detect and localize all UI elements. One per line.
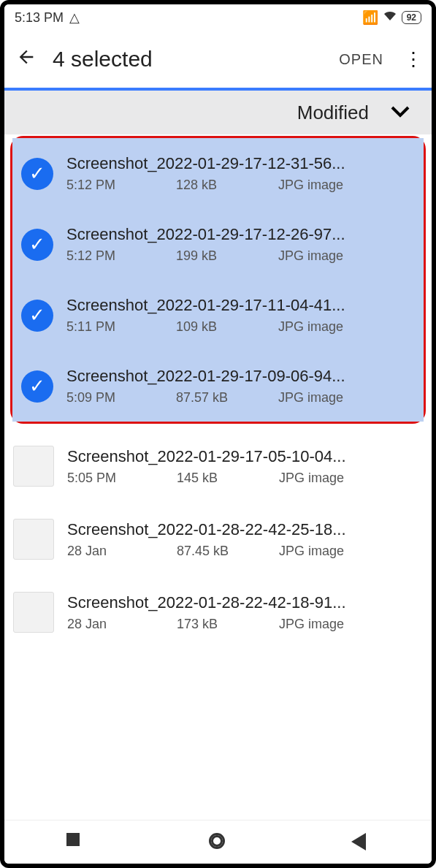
file-type: JPG image	[279, 544, 423, 559]
file-size: 199 kB	[176, 248, 278, 264]
file-name: Screenshot_2022-01-28-22-42-25-18...	[67, 520, 423, 539]
file-time: 5:12 PM	[66, 178, 176, 193]
page-title: 4 selected	[53, 47, 320, 72]
file-type: JPG image	[278, 248, 415, 264]
file-size: 173 kB	[177, 617, 279, 632]
signal-icon: 📶	[362, 9, 378, 26]
file-type: JPG image	[278, 319, 415, 335]
status-time: 5:13 PM	[15, 10, 64, 26]
sort-dropdown[interactable]: Modified	[4, 91, 432, 134]
file-time: 5:12 PM	[66, 248, 176, 264]
back-nav-button[interactable]	[351, 833, 370, 852]
file-type: JPG image	[279, 617, 423, 632]
file-item[interactable]: ✓ Screenshot_2022-01-29-17-11-04-41... 5…	[12, 280, 424, 351]
file-thumbnail	[13, 446, 54, 487]
checkmark-icon[interactable]: ✓	[21, 229, 53, 261]
android-nav-bar	[4, 820, 432, 864]
battery-icon: 92	[402, 11, 421, 24]
app-bar: 4 selected OPEN ⋮	[4, 31, 432, 88]
file-time: 28 Jan	[67, 544, 177, 559]
file-size: 145 kB	[177, 471, 279, 486]
file-size: 87.57 kB	[176, 390, 278, 406]
back-button[interactable]	[12, 47, 41, 72]
checkmark-icon[interactable]: ✓	[21, 300, 53, 332]
file-item[interactable]: ✓ Screenshot_2022-01-29-17-12-26-97... 5…	[12, 209, 424, 280]
file-name: Screenshot_2022-01-29-17-11-04-41...	[66, 296, 415, 315]
file-type: JPG image	[278, 390, 415, 406]
wifi-icon	[383, 10, 397, 26]
home-button[interactable]	[209, 833, 228, 852]
file-type: JPG image	[279, 471, 423, 486]
checkmark-icon[interactable]: ✓	[21, 158, 53, 190]
file-item[interactable]: Screenshot_2022-01-28-22-42-25-18... 28 …	[4, 503, 432, 576]
file-size: 128 kB	[176, 178, 278, 193]
file-item[interactable]: Screenshot_2022-01-29-17-05-10-04... 5:0…	[4, 430, 432, 503]
file-thumbnail	[13, 592, 54, 633]
file-name: Screenshot_2022-01-28-22-42-18-91...	[67, 593, 423, 612]
file-item[interactable]: ✓ Screenshot_2022-01-29-17-09-06-94... 5…	[12, 351, 424, 422]
open-button[interactable]: OPEN	[332, 47, 391, 72]
file-item[interactable]: Screenshot_2022-01-28-22-42-18-91... 28 …	[4, 576, 432, 649]
chevron-down-icon	[391, 103, 410, 122]
file-time: 28 Jan	[67, 617, 177, 632]
file-time: 5:05 PM	[67, 471, 177, 486]
checkmark-icon[interactable]: ✓	[21, 370, 53, 403]
selection-highlight: ✓ Screenshot_2022-01-29-17-12-31-56... 5…	[10, 136, 426, 424]
file-name: Screenshot_2022-01-29-17-05-10-04...	[67, 447, 423, 466]
file-size: 87.45 kB	[177, 544, 279, 559]
file-time: 5:09 PM	[66, 390, 176, 406]
more-menu-button[interactable]: ⋮	[402, 48, 424, 71]
status-bar: 5:13 PM △ 📶 92	[4, 4, 432, 31]
recents-button[interactable]	[66, 833, 85, 852]
file-name: Screenshot_2022-01-29-17-12-31-56...	[66, 154, 415, 173]
status-icon: △	[69, 9, 80, 26]
sort-label: Modified	[297, 102, 369, 124]
file-item[interactable]: ✓ Screenshot_2022-01-29-17-12-31-56... 5…	[12, 138, 424, 209]
file-type: JPG image	[278, 178, 415, 193]
file-name: Screenshot_2022-01-29-17-12-26-97...	[66, 225, 415, 244]
file-thumbnail	[13, 519, 54, 560]
file-size: 109 kB	[176, 319, 278, 335]
file-name: Screenshot_2022-01-29-17-09-06-94...	[66, 367, 415, 386]
file-time: 5:11 PM	[66, 319, 176, 335]
